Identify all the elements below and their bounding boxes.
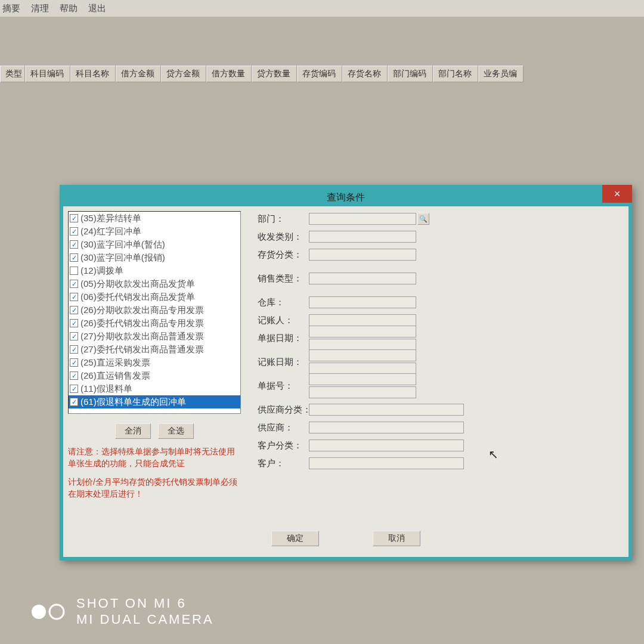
grid-header-cell[interactable]: 类型 [0, 66, 25, 82]
list-item[interactable]: ✓(05)分期收款发出商品发货单 [69, 277, 240, 290]
list-item-label: (11)假退料单 [80, 383, 132, 395]
menu-bar: 摘要 清理 帮助 退出 [0, 0, 644, 17]
list-item[interactable]: ✓(11)假退料单 [69, 382, 240, 395]
vendor-input[interactable] [309, 422, 464, 434]
list-item[interactable]: ✓(35)差异结转单 [69, 212, 240, 225]
dept-label: 部门： [258, 213, 309, 225]
list-item-label: (30)蓝字回冲单(报销) [80, 252, 165, 264]
watermark-line1: SHOT ON MI 6 [76, 596, 214, 611]
checkbox-icon[interactable]: ✓ [70, 227, 78, 236]
list-item-label: (26)委托代销发出商品专用发票 [80, 318, 204, 329]
menu-item-clear[interactable]: 清理 [31, 3, 49, 14]
checkbox-icon[interactable]: ✓ [70, 371, 78, 380]
list-item[interactable]: ✓(26)分期收款发出商品专用发票 [69, 304, 240, 317]
docno-to-input[interactable] [309, 386, 416, 398]
checkbox-icon[interactable]: ✓ [70, 214, 78, 222]
list-item[interactable]: ✓(27)委托代销发出商品普通发票 [69, 343, 240, 356]
list-item[interactable]: ✓(25)直运采购发票 [69, 356, 240, 369]
custclass-label: 客户分类： [258, 440, 309, 451]
grid-header-cell[interactable]: 借方数量 [206, 66, 252, 82]
cancel-button[interactable]: 取消 [373, 531, 420, 546]
ok-button[interactable]: 确定 [271, 531, 319, 546]
list-item[interactable]: ✓(61)假退料单生成的回冲单 [69, 395, 240, 408]
checkbox-icon[interactable]: ✓ [70, 280, 78, 288]
customer-label: 客户： [258, 458, 309, 469]
list-item[interactable]: ✓(24)红字回冲单 [69, 225, 240, 238]
grid-header-cell[interactable]: 贷方数量 [252, 66, 297, 82]
accountant-label: 记账人： [258, 315, 309, 326]
list-item[interactable]: (12)调拨单 [69, 264, 240, 277]
clear-all-button[interactable]: 全消 [115, 423, 151, 439]
checkbox-icon[interactable]: ✓ [70, 306, 78, 314]
invclass-input[interactable] [309, 249, 416, 261]
menu-item-help[interactable]: 帮助 [60, 3, 78, 14]
bookdate-from-input[interactable] [309, 349, 416, 361]
warehouse-input[interactable] [309, 296, 416, 308]
list-item-label: (35)差异结转单 [80, 213, 141, 224]
list-item-label: (30)蓝字回冲单(暂估) [80, 239, 165, 250]
list-item-label: (25)直运采购发票 [80, 357, 150, 369]
warehouse-label: 仓库： [258, 297, 309, 308]
checkbox-icon[interactable]: ✓ [70, 253, 78, 262]
grid-header-cell[interactable]: 贷方金额 [161, 66, 206, 82]
dual-lens-icon [30, 603, 66, 621]
custclass-input[interactable] [309, 439, 464, 451]
bookdate-to-input[interactable] [309, 363, 416, 374]
warning-text-1: 请注意：选择特殊单据参与制单时将无法使用单张生成的功能，只能合成凭证 [68, 446, 241, 469]
doc-type-listbox[interactable]: ✓(35)差异结转单✓(24)红字回冲单✓(30)蓝字回冲单(暂估)✓(30)蓝… [68, 211, 241, 414]
search-icon: 🔍 [419, 215, 428, 223]
grid-header-cell[interactable]: 存货编码 [297, 66, 342, 82]
grid-header-cell[interactable]: 科目编码 [25, 66, 70, 82]
checkbox-icon[interactable]: ✓ [70, 345, 78, 354]
list-item[interactable]: ✓(26)直运销售发票 [69, 369, 240, 382]
dept-lookup-button[interactable]: 🔍 [417, 213, 429, 225]
list-item[interactable]: ✓(06)委托代销发出商品发货单 [69, 290, 240, 304]
grid-header-cell[interactable]: 业务员编 [478, 66, 524, 82]
list-item[interactable]: ✓(27)分期收款发出商品普通发票 [69, 330, 240, 343]
svg-point-0 [32, 605, 46, 619]
query-dialog: 查询条件 × ✓(35)差异结转单✓(24)红字回冲单✓(30)蓝字回冲单(暂估… [60, 185, 632, 561]
watermark-line2: MI DUAL CAMERA [76, 612, 214, 627]
customer-input[interactable] [309, 457, 464, 469]
grid-header-cell[interactable]: 存货名称 [342, 66, 388, 82]
grid-header-cell[interactable]: 科目名称 [70, 66, 116, 82]
close-button[interactable]: × [602, 185, 632, 203]
dept-input[interactable] [309, 213, 416, 225]
list-item[interactable]: ✓(30)蓝字回冲单(暂估) [69, 238, 240, 251]
checkbox-icon[interactable]: ✓ [70, 332, 78, 340]
app-icon [67, 193, 76, 202]
svg-point-1 [49, 605, 64, 619]
list-item-label: (61)假退料单生成的回冲单 [80, 397, 186, 408]
grid-header-cell[interactable]: 部门编码 [388, 66, 433, 82]
checkbox-icon[interactable]: ✓ [70, 240, 78, 249]
checkbox-icon[interactable]: ✓ [70, 358, 78, 367]
list-item-label: (06)委托代销发出商品发货单 [80, 292, 195, 303]
docno-from-input[interactable] [309, 373, 416, 385]
rdtype-input[interactable] [309, 231, 416, 243]
docdate-from-input[interactable] [309, 326, 416, 338]
grid-header-cell[interactable]: 借方金额 [116, 66, 161, 82]
docdate-to-input[interactable] [309, 339, 416, 351]
checkbox-icon[interactable]: ✓ [70, 319, 78, 327]
checkbox-icon[interactable]: ✓ [70, 385, 78, 393]
dialog-title-bar: 查询条件 × [63, 188, 628, 206]
list-item-label: (26)直运销售发票 [80, 370, 150, 382]
checkbox-icon[interactable]: ✓ [70, 398, 78, 406]
vendor-label: 供应商： [258, 422, 309, 434]
select-all-button[interactable]: 全选 [158, 423, 194, 439]
menu-item-exit[interactable]: 退出 [88, 3, 106, 14]
checkbox-icon[interactable]: ✓ [70, 293, 78, 301]
list-item[interactable]: ✓(30)蓝字回冲单(报销) [69, 251, 240, 264]
saletype-input[interactable] [309, 273, 416, 284]
checkbox-icon[interactable] [70, 267, 78, 275]
grid-header-cell[interactable]: 部门名称 [433, 66, 478, 82]
menu-item-summary[interactable]: 摘要 [2, 3, 20, 14]
vendorclass-input[interactable] [309, 404, 464, 416]
invclass-label: 存货分类： [258, 249, 309, 261]
accountant-input[interactable] [309, 314, 416, 326]
list-item-label: (27)委托代销发出商品普通发票 [80, 344, 204, 355]
docno-label: 单据号： [258, 380, 309, 392]
warning-text-2: 计划价/全月平均存货的委托代销发票制单必须在期末处理后进行！ [68, 476, 241, 500]
list-item-label: (05)分期收款发出商品发货单 [80, 278, 195, 290]
list-item[interactable]: ✓(26)委托代销发出商品专用发票 [69, 317, 240, 330]
